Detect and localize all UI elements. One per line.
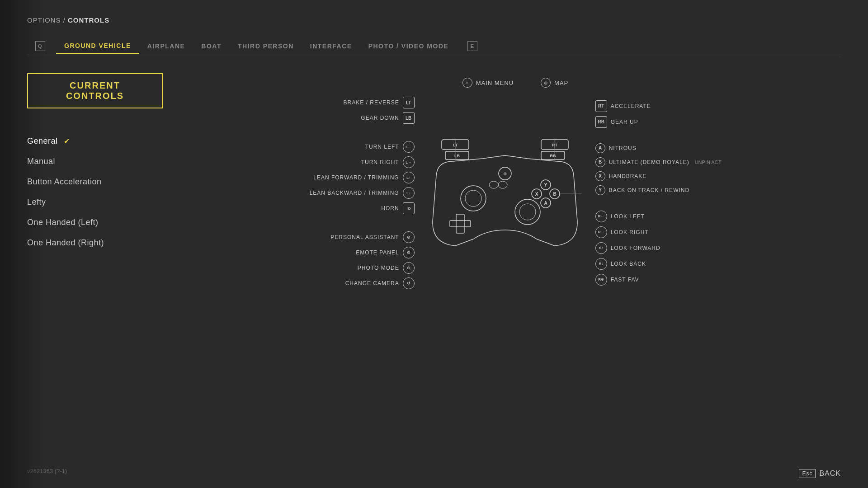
pm-badge: ⊙ bbox=[403, 262, 415, 274]
look-forward-label: LOOK FORWARD bbox=[611, 245, 660, 251]
q-icon: Q bbox=[35, 41, 45, 51]
rs-click-badge: R⊙ bbox=[595, 274, 607, 286]
tab-icon-right[interactable]: E bbox=[457, 38, 486, 55]
svg-point-8 bbox=[461, 186, 486, 211]
tab-icon-left[interactable]: Q bbox=[27, 38, 56, 55]
binding-nitrous: A NITROUS bbox=[595, 143, 722, 153]
binding-look-right: R→ LOOK RIGHT bbox=[595, 226, 722, 238]
binding-lean-backward: LEAN BACKWARD / TRIMMING L↓ bbox=[310, 187, 415, 199]
horn-label: HORN bbox=[381, 205, 399, 211]
cc-badge: ↺ bbox=[403, 277, 415, 289]
rs-right-badge: R→ bbox=[595, 226, 607, 238]
tab-boat-label: BOAT bbox=[201, 42, 222, 50]
right-bindings: RT ACCELERATE RB GEAR UP A NITROUS bbox=[595, 100, 722, 290]
tab-ground-vehicle[interactable]: GROUND VEHICLE bbox=[56, 38, 139, 54]
ls-up-badge: L↑ bbox=[403, 172, 415, 183]
binding-lean-forward: LEAN FORWARD / TRIMMING L↑ bbox=[310, 172, 415, 183]
preset-lefty[interactable]: Lefty bbox=[27, 192, 172, 212]
unpin-label: UNPIN ACT bbox=[695, 160, 722, 165]
preset-one-handed-left[interactable]: One Handed (Left) bbox=[27, 212, 172, 233]
pa-badge: ⊙ bbox=[403, 231, 415, 243]
binding-look-left: R← LOOK LEFT bbox=[595, 211, 722, 222]
y-badge: Y bbox=[595, 185, 605, 195]
tab-third-person[interactable]: THIRD PERSON bbox=[230, 39, 302, 53]
binding-look-back: R↓ LOOK BACK bbox=[595, 258, 722, 270]
rt-badge: RT bbox=[595, 100, 607, 112]
preset-manual[interactable]: Manual bbox=[27, 151, 172, 172]
dpad-badge: ↑D bbox=[403, 202, 415, 214]
e-icon: E bbox=[467, 41, 477, 51]
svg-text:A: A bbox=[544, 201, 547, 206]
lb-badge: LB bbox=[403, 112, 415, 124]
breadcrumb-prefix: OPTIONS / bbox=[27, 16, 68, 24]
left-panel: CURRENT CONTROLS General ✔ Manual Button… bbox=[27, 73, 172, 299]
breadcrumb-current: CONTROLS bbox=[68, 16, 109, 24]
svg-point-11 bbox=[519, 204, 536, 220]
preset-manual-label: Manual bbox=[27, 157, 55, 166]
svg-text:⊗: ⊗ bbox=[503, 171, 507, 176]
svg-point-23 bbox=[498, 181, 507, 188]
svg-text:B: B bbox=[553, 192, 556, 197]
ls-right-badge: L→ bbox=[403, 156, 415, 168]
tab-ground-vehicle-label: GROUND VEHICLE bbox=[64, 42, 131, 49]
binding-brake-reverse: BRAKE / REVERSE LT bbox=[310, 97, 415, 108]
checkmark-icon: ✔ bbox=[64, 137, 70, 145]
turn-right-label: TURN RIGHT bbox=[361, 159, 399, 165]
back-on-track-label: BACK ON TRACK / REWIND bbox=[609, 187, 689, 193]
binding-back-on-track: Y BACK ON TRACK / REWIND bbox=[595, 185, 722, 195]
binding-gear-down: GEAR DOWN LB bbox=[310, 112, 415, 124]
breadcrumb: OPTIONS / CONTROLS bbox=[27, 16, 841, 24]
svg-point-10 bbox=[515, 199, 540, 225]
tab-interface[interactable]: INTERFACE bbox=[302, 39, 360, 53]
binding-emote-panel: EMOTE PANEL ⊙ bbox=[310, 247, 415, 258]
current-controls-button[interactable]: CURRENT CONTROLS bbox=[27, 73, 163, 108]
ep-badge: ⊙ bbox=[403, 247, 415, 258]
change-camera-label: CHANGE CAMERA bbox=[345, 280, 399, 286]
rs-left-badge: R← bbox=[595, 211, 607, 222]
personal-assistant-label: PERSONAL ASSISTANT bbox=[330, 234, 399, 240]
left-bindings: BRAKE / REVERSE LT GEAR DOWN LB TURN LEF… bbox=[310, 97, 415, 293]
tab-photo-video[interactable]: PHOTO / VIDEO MODE bbox=[360, 39, 457, 53]
binding-turn-right: TURN RIGHT L→ bbox=[310, 156, 415, 168]
binding-gear-up: RB GEAR UP bbox=[595, 116, 722, 128]
b-badge: B bbox=[595, 157, 605, 167]
ultimate-label: ULTIMATE (DEMO ROYALE) bbox=[609, 159, 689, 165]
turn-left-label: TURN LEFT bbox=[365, 144, 399, 150]
preset-general-label: General bbox=[27, 136, 58, 145]
tab-bar: Q GROUND VEHICLE AIRPLANE BOAT THIRD PER… bbox=[27, 38, 841, 55]
gear-up-label: GEAR UP bbox=[611, 119, 638, 125]
preset-list: General ✔ Manual Button Acceleration Lef… bbox=[27, 131, 172, 253]
content-area: CURRENT CONTROLS General ✔ Manual Button… bbox=[27, 73, 841, 299]
ls-down-badge: L↓ bbox=[403, 187, 415, 199]
svg-point-9 bbox=[465, 190, 481, 206]
handbrake-label: HANDBRAKE bbox=[609, 173, 647, 179]
tab-third-person-label: THIRD PERSON bbox=[238, 42, 294, 50]
emote-panel-label: EMOTE PANEL bbox=[356, 249, 399, 256]
preset-lefty-label: Lefty bbox=[27, 197, 46, 206]
tab-boat[interactable]: BOAT bbox=[193, 39, 230, 53]
gear-down-label: GEAR DOWN bbox=[361, 115, 399, 121]
preset-one-handed-right[interactable]: One Handed (Right) bbox=[27, 233, 172, 253]
controller-area: ≡ MAIN MENU ⊕ MAP BRAKE / REVERSE LT bbox=[190, 73, 841, 299]
svg-text:RB: RB bbox=[550, 154, 556, 158]
brake-reverse-label: BRAKE / REVERSE bbox=[344, 99, 399, 106]
binding-turn-left: TURN LEFT L← bbox=[310, 141, 415, 153]
map-label: ⊕ MAP bbox=[541, 78, 568, 88]
binding-change-camera: CHANGE CAMERA ↺ bbox=[310, 277, 415, 289]
binding-look-forward: R↑ LOOK FORWARD bbox=[595, 242, 722, 254]
main-menu-text: MAIN MENU bbox=[476, 80, 514, 86]
binding-accelerate: RT ACCELERATE bbox=[595, 100, 722, 112]
fast-fav-label: FAST FAV bbox=[611, 277, 639, 283]
preset-general[interactable]: General ✔ bbox=[27, 131, 172, 151]
lt-badge: LT bbox=[403, 97, 415, 108]
a-badge: A bbox=[595, 143, 605, 153]
look-right-label: LOOK RIGHT bbox=[611, 229, 649, 235]
photo-mode-label: PHOTO MODE bbox=[358, 265, 399, 271]
preset-button-accel[interactable]: Button Acceleration bbox=[27, 172, 172, 192]
tab-airplane-label: AIRPLANE bbox=[147, 42, 185, 50]
map-icon: ⊕ bbox=[541, 78, 551, 88]
svg-rect-12 bbox=[456, 214, 464, 233]
tab-airplane[interactable]: AIRPLANE bbox=[139, 39, 193, 53]
tab-photo-video-label: PHOTO / VIDEO MODE bbox=[368, 42, 449, 50]
preset-one-handed-left-label: One Handed (Left) bbox=[27, 218, 99, 227]
